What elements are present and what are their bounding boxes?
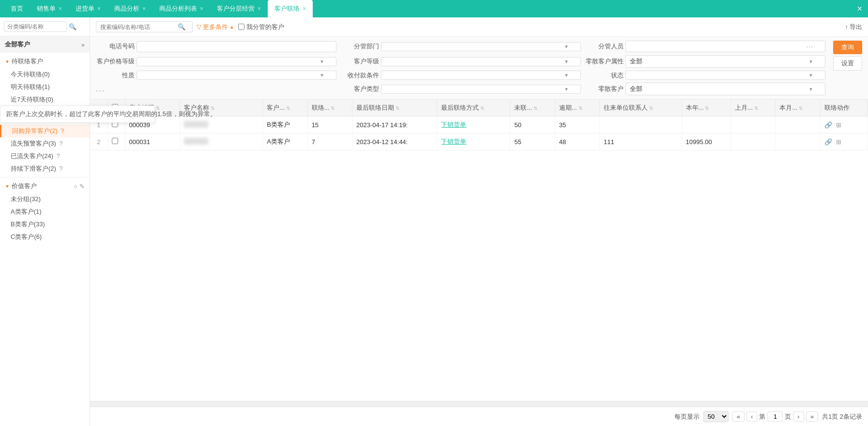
sidebar-divider-2: [0, 177, 90, 177]
nav-product-analysis[interactable]: 商品分析 ×: [107, 0, 152, 17]
my-customer-checkbox[interactable]: [238, 24, 244, 30]
nav-close-all[interactable]: ×: [857, 4, 862, 14]
price-level-select[interactable]: ▼: [137, 57, 336, 66]
first-page-button[interactable]: «: [732, 411, 745, 422]
filter-cell-customer-type: 客户类型 ▼: [340, 85, 581, 94]
sidebar-item-class-b[interactable]: B类客户(33): [0, 218, 90, 231]
nav-purchase[interactable]: 进货单 ×: [69, 0, 107, 17]
price-level-chevron: ▼: [320, 59, 324, 64]
dept-select[interactable]: ▼: [381, 42, 581, 51]
prev-page-button[interactable]: ‹: [746, 411, 757, 422]
close-contact-icon[interactable]: ×: [303, 5, 306, 12]
sidebar-item-tomorrow[interactable]: 明天待联络(1): [0, 81, 90, 93]
col-this-year[interactable]: 本年... ⇅: [682, 100, 731, 117]
row-2-checkbox[interactable]: [107, 133, 125, 150]
customer-level-select[interactable]: ▼: [381, 57, 581, 66]
row-1-method-link[interactable]: 下销货单: [441, 121, 466, 128]
row-2-code: 000031: [125, 133, 180, 150]
col-last-month[interactable]: 上月... ⇅: [731, 100, 775, 117]
filter-more-button[interactable]: ▽ 更多条件 ▲: [197, 23, 234, 31]
value-add-icon[interactable]: ✎: [79, 183, 85, 190]
sidebar-item-class-c[interactable]: C类客户(6): [0, 231, 90, 243]
row-2-contact-count: 7: [307, 133, 352, 150]
retail-attr-chevron: ▼: [808, 59, 813, 64]
col-last-contact-date[interactable]: 最后联络日期 ⇅: [352, 100, 437, 117]
col-customer-type[interactable]: 客户... ⇅: [263, 100, 307, 117]
col-ctype-sort-icon: ⇅: [286, 105, 290, 111]
nav-home[interactable]: 首页: [4, 0, 30, 17]
sidebar-item-7days[interactable]: 近7天待联络(0): [0, 93, 90, 106]
manager-label: 分管人员: [585, 42, 624, 51]
retail-customer-label: 零散客户: [585, 85, 624, 93]
col-this-year-label: 本年...: [686, 103, 704, 112]
row-1-last-method: 下销货单: [437, 117, 510, 133]
nav-customer-segment[interactable]: 客户分层经营 ×: [210, 0, 268, 17]
col-contact-count[interactable]: 联络... ⇅: [307, 100, 352, 117]
last-page-button[interactable]: »: [806, 411, 818, 422]
retail-attr-select[interactable]: 全部 ▼: [625, 55, 825, 68]
row-1-link-icon[interactable]: 🔗: [824, 121, 832, 129]
sidebar-item-already-lost[interactable]: 已流失客户(24) ?: [0, 150, 90, 162]
sidebar-item-class-a[interactable]: A类客户(1): [0, 206, 90, 218]
payment-select[interactable]: ▼: [381, 71, 581, 80]
retail-customer-select[interactable]: 全部 ▼: [625, 83, 825, 95]
close-product-list-icon[interactable]: ×: [200, 5, 203, 12]
sidebar-collapse-icon[interactable]: »: [81, 41, 85, 48]
nav-sales[interactable]: 销售单 ×: [30, 0, 69, 17]
col-contact-person[interactable]: 往来单位联系人 ⇅: [600, 100, 682, 117]
setting-button[interactable]: 设置: [833, 56, 862, 71]
filter-cell-retail-customer: 零散客户 全部 ▼: [585, 83, 825, 95]
row-1-contact-person: [600, 117, 682, 133]
export-button[interactable]: ↑ 导出: [845, 23, 863, 31]
customer-type-select[interactable]: ▼: [381, 85, 581, 94]
lost-preview-info-icon: ?: [59, 140, 62, 147]
col-no-contact[interactable]: 未联... ⇅: [510, 100, 555, 117]
col-overdue[interactable]: 逾期... ⇅: [555, 100, 599, 117]
per-page-select[interactable]: 50 100 200: [703, 411, 729, 422]
main-search-input[interactable]: [100, 24, 178, 30]
close-sales-icon[interactable]: ×: [59, 5, 62, 12]
nav-product-analysis-list[interactable]: 商品分析列表 ×: [152, 0, 210, 17]
row-1-actions: 🔗 ⊞: [820, 117, 868, 133]
sidebar-item-declining[interactable]: 持续下滑客户(2) ?: [0, 162, 90, 175]
phone-input[interactable]: [137, 41, 336, 52]
sidebar-item-ungrouped[interactable]: 未分组(32): [0, 193, 90, 206]
sidebar-item-lost-preview[interactable]: 流失预警客户(3) ?: [0, 137, 90, 150]
col-contact-count-label: 联络...: [312, 103, 330, 112]
gender-select[interactable]: ▼: [137, 71, 336, 80]
query-button[interactable]: 查询: [833, 41, 862, 54]
sidebar-search-icon[interactable]: 🔍: [69, 23, 76, 30]
phone-label: 电话号码: [96, 42, 135, 51]
filter-more-dots[interactable]: ...: [96, 85, 105, 93]
page-input[interactable]: [767, 411, 783, 422]
row-2-name: [180, 133, 263, 150]
next-page-button[interactable]: ›: [793, 411, 804, 422]
col-this-month-sort-icon: ⇅: [799, 105, 803, 111]
horizontal-scrollbar[interactable]: [90, 401, 868, 407]
nav-customer-contact[interactable]: 客户联络 ×: [268, 0, 313, 17]
status-select[interactable]: ▼: [625, 71, 825, 80]
declining-info-icon: ?: [59, 165, 62, 172]
close-purchase-icon[interactable]: ×: [97, 5, 101, 12]
table-container[interactable]: ⚙ 客户编码 ⇅: [90, 100, 868, 401]
top-nav: 首页 销售单 × 进货单 × 商品分析 × 商品分析列表 × 客户分层经营 × …: [0, 0, 868, 17]
main-layout: 🔍 全部客户 » ▼ 待联络客户 今天待联络(0) 明天待联络(1) 近7天待联…: [0, 17, 868, 426]
main-search-icon[interactable]: 🔍: [178, 23, 185, 30]
row-1-grid-icon[interactable]: ⊞: [836, 121, 841, 129]
value-edit-icon[interactable]: ○: [74, 183, 77, 190]
row-2-link-icon[interactable]: 🔗: [824, 138, 832, 146]
close-product-analysis-icon[interactable]: ×: [142, 5, 146, 12]
close-segment-icon[interactable]: ×: [258, 5, 261, 12]
col-last-method[interactable]: 最后联络方式 ⇅: [437, 100, 510, 117]
sidebar-item-repurchase-abnormal[interactable]: 回购异常客户(2) ?: [0, 125, 90, 137]
col-this-month[interactable]: 本月... ⇅: [776, 100, 820, 117]
pending-group-title[interactable]: ▼ 待联络客户: [0, 55, 90, 68]
col-no-contact-sort-icon: ⇅: [533, 105, 537, 111]
row-2-grid-icon[interactable]: ⊞: [836, 138, 841, 146]
manager-select[interactable]: ···: [625, 41, 825, 52]
col-contact-sort-icon: ⇅: [331, 105, 335, 111]
sidebar-item-today[interactable]: 今天待联络(0): [0, 68, 90, 81]
sidebar-search-input[interactable]: [4, 21, 67, 32]
value-group-header[interactable]: ▼ 价值客户 ○ ✎: [0, 179, 90, 193]
row-2-method-link[interactable]: 下销货单: [441, 138, 466, 145]
